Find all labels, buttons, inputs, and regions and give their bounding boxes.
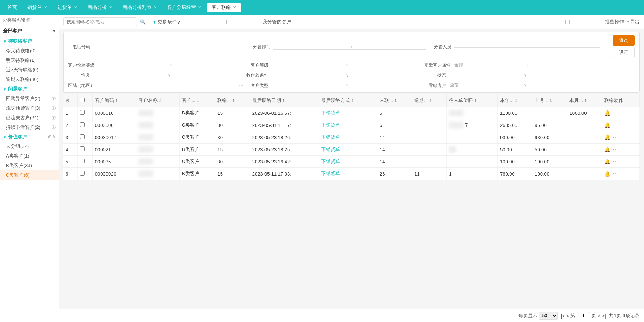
contact-type-link[interactable]: 下销货单 — [321, 159, 340, 164]
row-checkbox[interactable] — [80, 134, 85, 139]
nav-close-customer-layered[interactable]: ✕ — [198, 5, 201, 10]
first-page-button[interactable]: |< — [561, 313, 565, 319]
nav-purchase[interactable]: 进货单 ✕ — [53, 3, 82, 12]
contact-icon[interactable]: 🔔 — [604, 171, 610, 177]
sidebar-group-problem[interactable]: ▼ 问题客户 — [0, 84, 59, 94]
filter-nature-select[interactable]: ∨ — [92, 72, 243, 78]
sidebar-item-warning[interactable]: 流失预警客户(3) ⓘ — [0, 103, 59, 113]
td-name: 名称 — [136, 119, 179, 131]
filter-manager-input[interactable] — [454, 46, 601, 48]
batch-operation-button[interactable]: 批量操作 — [531, 18, 624, 25]
sidebar-collapse-icon[interactable]: « — [52, 28, 56, 34]
filter-customer-type-select[interactable]: ∨ — [271, 82, 422, 88]
more-action-icon[interactable]: ⋯ — [613, 146, 618, 152]
contact-type-link[interactable]: 下销货单 — [321, 146, 340, 152]
nav-product-analysis[interactable]: 商品分析 ✕ — [83, 3, 117, 12]
filter-status-select[interactable]: ∨ — [448, 72, 599, 78]
contact-icon[interactable]: 🔔 — [604, 159, 610, 164]
sidebar-item-declining[interactable]: 持续下滑客户(2) ⓘ — [0, 123, 59, 132]
contact-type-link[interactable]: 下销货单 — [321, 171, 340, 176]
filter-price-level-select[interactable]: ∨ — [97, 62, 243, 68]
th-code: 客户编码 ↕ — [92, 94, 136, 107]
setting-button[interactable]: 设置 — [613, 47, 635, 58]
sidebar-item-b-class[interactable]: B类客户(33) — [0, 161, 59, 170]
filter-retail-customer-select[interactable]: 全部 ∨ — [448, 81, 599, 89]
per-page-select[interactable]: 50 100 200 — [539, 312, 558, 320]
prev-page-button[interactable]: < — [566, 313, 569, 319]
nav-customer-layered[interactable]: 客户分层经营 ✕ — [163, 3, 206, 12]
more-action-icon[interactable]: ⋯ — [613, 171, 618, 177]
more-action-icon[interactable]: ⋯ — [613, 122, 618, 128]
row-checkbox[interactable] — [80, 146, 85, 151]
sidebar-item-7days[interactable]: 近7天待联络(0) — [0, 65, 59, 75]
nav-home[interactable]: 首页 — [3, 3, 21, 12]
nav-product-analysis-list[interactable]: 商品分析列表 ✕ — [118, 3, 161, 12]
sidebar-group-pending[interactable]: ▼ 待联络客户 — [0, 36, 59, 46]
filter-payment-select[interactable]: ∨ — [271, 72, 422, 78]
filter-retail-attr-select[interactable]: 全部 ∨ — [453, 61, 599, 69]
sidebar-item-tomorrow[interactable]: 明天待联络(1) — [0, 56, 59, 65]
batch-check[interactable] — [531, 20, 604, 24]
sidebar-item-ungroup[interactable]: 未分组(32) — [0, 142, 59, 151]
filter-region-input[interactable] — [97, 85, 237, 86]
filter-region-dots[interactable]: ··· — [239, 82, 243, 88]
contact-icon[interactable]: 🔔 — [604, 146, 610, 152]
nav-close-customer-contact[interactable]: ✕ — [233, 5, 236, 10]
sidebar-all-customers[interactable]: 全部客户 « — [0, 25, 59, 36]
query-button[interactable]: 查询 — [613, 35, 635, 46]
more-action-icon[interactable]: ⋯ — [613, 110, 618, 116]
my-customers-check[interactable] — [187, 20, 261, 24]
sidebar-item-a-class[interactable]: A类客户(1) — [0, 151, 59, 161]
more-action-icon[interactable]: ⋯ — [613, 134, 618, 140]
sidebar-item-today[interactable]: 今天待联络(0) — [0, 46, 59, 56]
sidebar-item-overdue[interactable]: 逾期未联络(30) — [0, 75, 59, 84]
contact-icon[interactable]: 🔔 — [604, 134, 610, 140]
td-checkbox[interactable] — [78, 107, 93, 119]
search-input[interactable] — [63, 17, 137, 26]
row-checkbox[interactable] — [80, 171, 85, 176]
td-this-year: 760.00 — [497, 168, 532, 180]
nav-customer-contact[interactable]: 客户联络 ✕ — [207, 3, 241, 12]
td-checkbox[interactable] — [78, 119, 93, 131]
refresh-icon[interactable]: ↺ — [47, 135, 51, 139]
more-conditions-button[interactable]: ▼ 更多条件 ∧ — [149, 17, 184, 26]
contact-type-link[interactable]: 下销货单 — [321, 122, 340, 128]
select-all-checkbox[interactable] — [80, 98, 85, 102]
filter-manager-dots[interactable]: ··· — [602, 44, 607, 50]
th-settings[interactable]: ⚙ — [63, 94, 78, 107]
next-page-button[interactable]: > — [598, 313, 601, 319]
filter-phone-input[interactable] — [92, 43, 246, 50]
sidebar-item-c-class[interactable]: C类客户(6) — [0, 170, 59, 180]
td-this-month — [567, 156, 602, 168]
row-checkbox[interactable] — [80, 122, 85, 127]
sidebar-group-value[interactable]: ▼ 价值客户 ↺ ✎ — [0, 132, 59, 142]
sidebar-item-lost[interactable]: 已流失客户(24) ⓘ — [0, 113, 59, 123]
td-checkbox[interactable] — [78, 168, 93, 180]
td-checkbox[interactable] — [78, 131, 93, 144]
search-button[interactable]: 🔍 — [140, 19, 146, 25]
my-customers-checkbox[interactable]: 我分管的客户 — [187, 18, 291, 25]
contact-type-link[interactable]: 下销货单 — [321, 110, 340, 116]
contact-type-link[interactable]: 下销货单 — [321, 134, 340, 140]
contact-icon[interactable]: 🔔 — [604, 122, 610, 128]
filter-dept-select[interactable]: ∨ — [273, 44, 426, 50]
edit-icon[interactable]: ✎ — [52, 135, 56, 139]
td-checkbox[interactable] — [78, 144, 93, 156]
contact-icon[interactable]: 🔔 — [604, 110, 610, 116]
nav-close-purchase[interactable]: ✕ — [74, 5, 77, 10]
sidebar-search-input[interactable] — [3, 17, 58, 22]
th-checkbox[interactable] — [78, 94, 93, 107]
row-checkbox[interactable] — [80, 159, 85, 163]
last-page-button[interactable]: >| — [602, 313, 606, 319]
current-page-input[interactable] — [577, 312, 590, 319]
export-button[interactable]: ↑ 导出 — [627, 18, 640, 25]
more-action-icon[interactable]: ⋯ — [613, 159, 618, 164]
nav-sales[interactable]: 销货单 ✕ — [23, 3, 52, 12]
td-checkbox[interactable] — [78, 156, 93, 168]
nav-close-product-analysis[interactable]: ✕ — [109, 5, 112, 10]
nav-close-sales[interactable]: ✕ — [44, 5, 47, 10]
row-checkbox[interactable] — [80, 110, 85, 115]
nav-close-product-analysis-list[interactable]: ✕ — [154, 5, 157, 10]
filter-customer-level-select[interactable]: ∨ — [271, 62, 422, 68]
sidebar-item-abnormal[interactable]: 回购异常客户(2) ⓘ — [0, 94, 59, 103]
